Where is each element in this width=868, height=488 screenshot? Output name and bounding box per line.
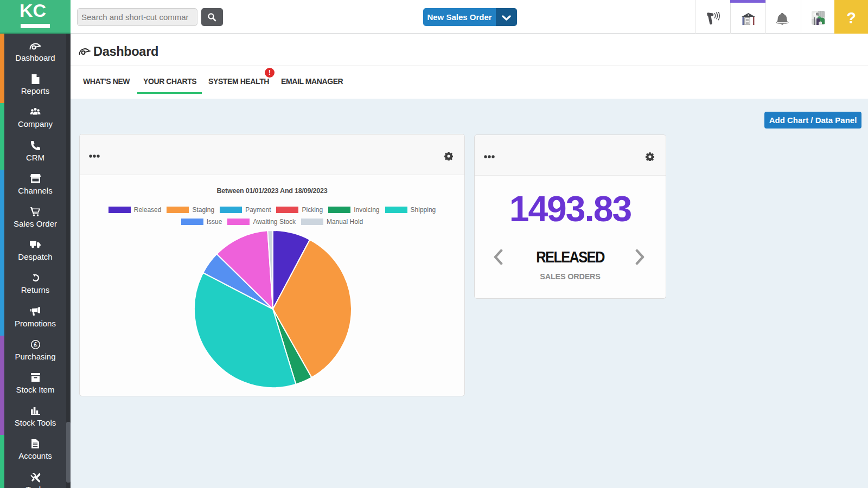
svg-text:£: £ <box>34 341 37 348</box>
